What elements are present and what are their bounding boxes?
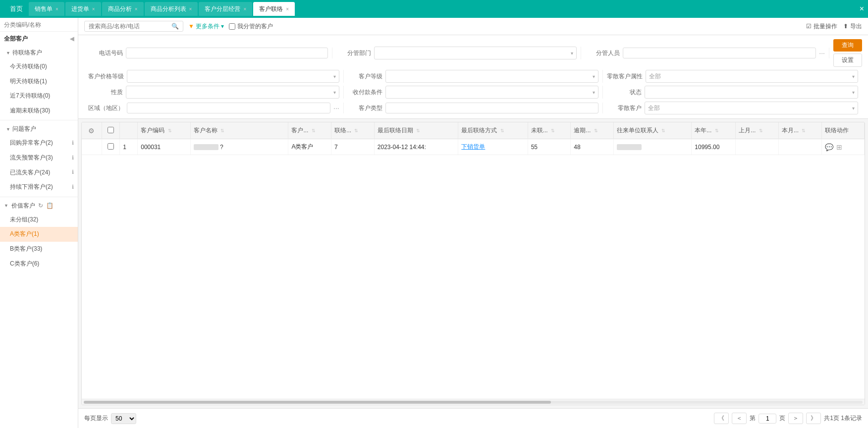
nav-tab-customer-contact[interactable]: 客户联络 ×	[253, 2, 295, 16]
sidebar-item-churned[interactable]: 已流失客户(24) ℹ	[0, 165, 78, 180]
nav-tab-customer-layer[interactable]: 客户分层经营 ×	[199, 2, 252, 16]
sidebar-item-churn-warning[interactable]: 流失预警客户(3) ℹ	[0, 151, 78, 165]
nav-tab-analysis-close[interactable]: ×	[135, 6, 138, 12]
td-this-year: 10995.00	[692, 139, 736, 155]
chat-icon[interactable]: 💬	[825, 143, 833, 151]
sidebar-item-tomorrow[interactable]: 明天待联络(1)	[0, 74, 78, 89]
th-last-date-label: 最后联络日期	[378, 127, 413, 134]
th-unit-contact[interactable]: 往来单位联系人 ⇅	[613, 122, 691, 139]
nav-tab-analysis-list[interactable]: 商品分析列表 ×	[145, 2, 198, 16]
filter-select-customer-level[interactable]: ▾	[385, 70, 599, 83]
next-page-btn[interactable]: ＞	[788, 413, 803, 424]
nav-tab-customer-layer-close[interactable]: ×	[243, 6, 246, 12]
sort-icon-contact: ⇅	[354, 128, 358, 133]
sidebar-item-declining[interactable]: 持续下滑客户(2) ℹ	[0, 180, 78, 195]
filter-select-retail-attr[interactable]: 全部 ▾	[646, 70, 858, 83]
filter-search-input[interactable]	[89, 23, 169, 30]
table-empty-space	[82, 155, 865, 399]
nav-tab-sales-close[interactable]: ×	[55, 6, 58, 12]
nav-tab-analysis-list-close[interactable]: ×	[189, 6, 192, 12]
page-input[interactable]	[759, 414, 776, 424]
nav-tab-purchase-close[interactable]: ×	[92, 6, 95, 12]
select-all-checkbox[interactable]	[108, 127, 114, 133]
sidebar-item-unclassified[interactable]: 未分组(32)	[0, 213, 78, 227]
nav-tab-analysis[interactable]: 商品分析 ×	[102, 2, 144, 16]
filter-funnel-icon: ▼	[188, 23, 194, 30]
th-code[interactable]: 客户编码 ⇅	[138, 122, 190, 139]
td-rownum: 1	[120, 139, 138, 155]
sidebar-item-overdue[interactable]: 逾期未联络(30)	[0, 104, 78, 118]
th-this-month[interactable]: 本月... ⇅	[779, 122, 822, 139]
sidebar-item-a-class[interactable]: A类客户(1)	[0, 227, 78, 242]
my-customer-checkbox[interactable]	[229, 23, 235, 30]
dots-btn-region[interactable]: ···	[333, 104, 339, 112]
filter-select-dept[interactable]: ▾	[374, 47, 576, 59]
filter-select-price-level[interactable]: ▾	[127, 70, 339, 83]
action-btn-group: 查询 设置	[829, 39, 862, 67]
nav-home[interactable]: 首页	[4, 4, 29, 13]
nav-tab-customer-contact-close[interactable]: ×	[286, 6, 289, 12]
filter-select-status[interactable]: ▾	[645, 86, 858, 99]
td-checkbox[interactable]	[102, 139, 120, 155]
filter-select-payment[interactable]: ▾	[385, 86, 599, 99]
row-checkbox[interactable]	[108, 143, 114, 150]
barcode-icon[interactable]: ⊞	[836, 143, 842, 151]
th-contact[interactable]: 联络... ⇅	[331, 122, 375, 139]
filter-input-region[interactable]	[127, 103, 330, 113]
sidebar-pending-group[interactable]: ▼ 待联络客户	[0, 46, 78, 59]
info-icon-3: ℹ	[72, 167, 74, 177]
query-button[interactable]: 查询	[833, 39, 862, 52]
scrollbar-thumb[interactable]	[84, 401, 551, 404]
filter-input-phone[interactable]	[126, 48, 328, 58]
th-no-contact[interactable]: 未联... ⇅	[528, 122, 571, 139]
gear-icon[interactable]: ⚙	[88, 127, 95, 135]
window-close-icon[interactable]: ×	[860, 4, 864, 13]
filter-input-customer-type[interactable]	[385, 103, 599, 113]
th-last-month[interactable]: 上月... ⇅	[736, 122, 779, 139]
sidebar-all-customers-header[interactable]: 全部客户 ◀	[0, 32, 78, 46]
th-name[interactable]: 客户名称 ⇅	[190, 122, 288, 139]
td-last-method[interactable]: 下销货单	[458, 139, 528, 155]
th-type[interactable]: 客户... ⇅	[288, 122, 331, 139]
batch-op-btn[interactable]: ☑ 批量操作	[806, 22, 837, 31]
filter-select-retail[interactable]: 全部 ▾	[645, 102, 858, 114]
content-area: 🔍 ▼ 更多条件 ▾ 我分管的客户 ☑ 批量操作 ⬆ 导出	[78, 18, 868, 428]
sidebar-item-7days[interactable]: 近7天待联络(0)	[0, 89, 78, 104]
nav-tab-sales[interactable]: 销售单 ×	[29, 2, 64, 16]
sidebar-collapse-icon[interactable]: ◀	[70, 36, 74, 42]
filter-input-person[interactable]	[623, 48, 816, 58]
first-page-btn[interactable]: 《	[714, 413, 729, 424]
settings-button[interactable]: 设置	[833, 54, 862, 67]
sidebar-item-today[interactable]: 今天待联络(0)	[0, 59, 78, 74]
th-overdue[interactable]: 逾期... ⇅	[571, 122, 614, 139]
dots-btn-person[interactable]: ···	[819, 49, 825, 57]
filter-search-icon[interactable]: 🔍	[171, 23, 179, 30]
chevron-down-dept: ▾	[571, 51, 573, 56]
sidebar-item-repurchase-abnormal[interactable]: 回购异常客户(2) ℹ	[0, 136, 78, 151]
nav-tab-purchase[interactable]: 进货单 ×	[65, 2, 101, 16]
page-size-select[interactable]: 50 100 200	[111, 413, 136, 424]
prev-page-btn[interactable]: ＜	[732, 413, 747, 424]
th-checkbox[interactable]	[102, 122, 120, 139]
filter-select-nature[interactable]: ▾	[126, 86, 339, 99]
last-method-link[interactable]: 下销货单	[461, 143, 485, 150]
add-group-icon[interactable]: 📋	[46, 202, 54, 209]
last-page-btn[interactable]: 》	[806, 413, 821, 424]
th-gear[interactable]: ⚙	[82, 122, 102, 139]
more-conditions-btn[interactable]: ▼ 更多条件 ▾	[188, 22, 224, 31]
export-btn[interactable]: ⬆ 导出	[843, 22, 862, 31]
scrollbar-track[interactable]	[84, 401, 863, 404]
my-customer-checkbox-label[interactable]: 我分管的客户	[229, 22, 273, 31]
filter-cell-nature: 性质 ▾	[84, 86, 344, 99]
th-last-date[interactable]: 最后联络日期 ⇅	[374, 122, 458, 139]
sidebar-item-b-class[interactable]: B类客户(33)	[0, 242, 78, 257]
sidebar-search-input[interactable]	[4, 21, 78, 28]
my-customer-label: 我分管的客户	[237, 22, 273, 31]
th-last-method[interactable]: 最后联络方式 ⇅	[458, 122, 528, 139]
horizontal-scrollbar[interactable]	[82, 399, 865, 405]
refresh-icon[interactable]: ↻	[38, 202, 43, 209]
pagination-left: 每页显示 50 100 200	[84, 413, 136, 424]
sidebar-item-c-class[interactable]: C类客户(6)	[0, 257, 78, 271]
sidebar-problem-group[interactable]: ▼ 问题客户	[0, 122, 78, 136]
th-this-year[interactable]: 本年... ⇅	[692, 122, 736, 139]
